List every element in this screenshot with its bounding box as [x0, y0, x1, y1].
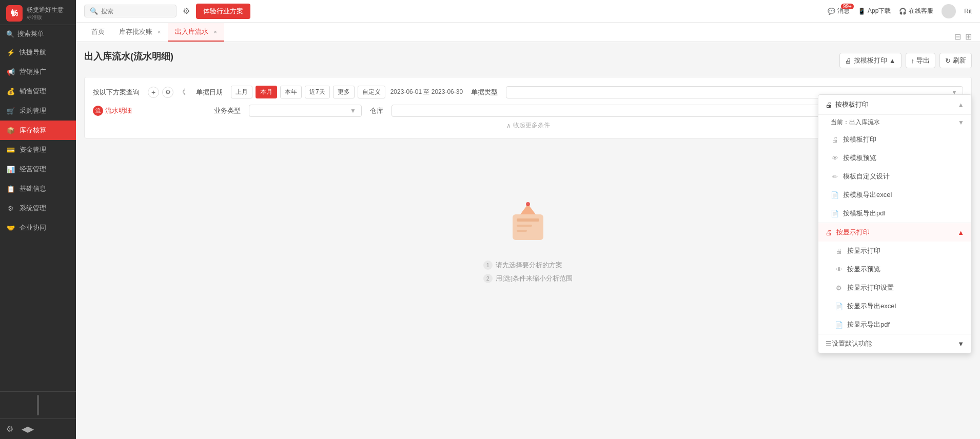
tab-batch-account[interactable]: 库存批次账 ×: [112, 23, 168, 42]
minimize-icon[interactable]: ⊟: [954, 32, 961, 42]
message-btn[interactable]: 💬 消息 99+: [828, 7, 850, 15]
dropdown-set-default-btn[interactable]: ☰ 设置默认功能 ▼: [818, 334, 971, 353]
chevron-up-icon: ∧: [506, 122, 511, 129]
date-btn-this-month[interactable]: 本月: [256, 86, 277, 98]
business-type-arrow-icon: ▼: [350, 107, 356, 114]
sidebar-item-inventory[interactable]: 📦 库存核算: [0, 121, 76, 140]
topbar-settings-icon[interactable]: ⚙: [183, 6, 190, 16]
display-excel-icon: 📄: [835, 302, 843, 310]
tab-flow[interactable]: 出入库流水 ×: [168, 23, 224, 42]
date-filter-options: 上月 本月 本年 近7天 更多 自定义 2023-06-01 至 2023-06…: [231, 86, 463, 98]
username-label: Rit: [964, 8, 972, 15]
tip-text-2: 用[选]条件来缩小分析范围: [496, 272, 573, 285]
sidebar-nav: ⚡ 快捷导航 📢 营销推广 💰 销售管理 🛒 采购管理 📦 库存核算 💳 资金管…: [0, 43, 76, 231]
tab-flow-close[interactable]: ×: [213, 29, 217, 35]
sidebar-scroll-up[interactable]: [37, 395, 39, 415]
online-service-btn[interactable]: 🎧 在线客服: [899, 7, 933, 15]
page-title: 出入库流水(流水明细): [84, 50, 173, 63]
sidebar-item-marketing[interactable]: 📢 营销推广: [0, 62, 76, 82]
refresh-label: 刷新: [953, 56, 966, 65]
sidebar-search[interactable]: 🔍 搜索菜单: [0, 25, 76, 43]
dropdown-template-print[interactable]: 🖨 按模板打印: [818, 130, 971, 149]
dropdown-template-pdf[interactable]: 📄 按模板导出pdf: [818, 204, 971, 223]
display-section-arrow-icon: ▲: [957, 229, 964, 236]
sidebar-item-quick-nav[interactable]: ⚡ 快捷导航: [0, 43, 76, 62]
print-template-btn[interactable]: 🖨 按模板打印 ▲: [839, 53, 901, 68]
date-btn-7days[interactable]: 近7天: [305, 86, 330, 98]
dropdown-display-pdf[interactable]: 📄 按显示导出pdf: [818, 315, 971, 334]
tab-flow-label: 出入库流水: [175, 27, 208, 36]
topbar-search-box[interactable]: 🔍: [84, 5, 177, 17]
topbar-search-icon: 🔍: [90, 7, 98, 15]
sidebar-search-label: 搜索菜单: [17, 29, 44, 38]
collapse-sidebar-icon[interactable]: ◀▶: [22, 424, 34, 434]
dropdown-collapse-icon[interactable]: ▲: [957, 101, 964, 109]
filter-query-label: 按以下方案查询: [93, 88, 140, 97]
sidebar-item-purchase[interactable]: 🛒 采购管理: [0, 101, 76, 121]
dropdown-display-section: 🖨 按显示打印 ▲ 🖨 按显示打印 👁 按显示预览 ⚙ 按显示打印设置: [818, 223, 971, 334]
quick-nav-icon: ⚡: [6, 48, 15, 57]
filter-action-btns: + ⚙ 《: [148, 87, 188, 98]
warehouse-label: 仓库: [370, 106, 383, 115]
date-btn-custom[interactable]: 自定义: [358, 86, 385, 98]
svg-rect-1: [517, 218, 539, 222]
display-pdf-label: 按显示导出pdf: [847, 320, 890, 329]
page-content: 出入库流水(流水明细) 🖨 按模板打印 ▲ ↑ 导出 ↻ 刷新: [76, 42, 980, 439]
date-btn-last-month[interactable]: 上月: [231, 86, 252, 98]
filter-add-btn[interactable]: +: [148, 87, 159, 98]
refresh-icon: ↻: [945, 57, 951, 65]
dropdown-display-preview[interactable]: 👁 按显示预览: [818, 260, 971, 278]
app-download-btn[interactable]: 📱 App下载: [858, 7, 891, 15]
sub-filter-label: 流 流水明细: [93, 106, 132, 116]
date-range-display: 2023-06-01 至 2023-06-30: [390, 88, 463, 96]
settings-bottom-icon[interactable]: ⚙: [6, 424, 13, 434]
dropdown-display-print[interactable]: 🖨 按显示打印: [818, 242, 971, 260]
template-print-icon: 🖨: [831, 135, 839, 144]
date-btn-more[interactable]: 更多: [333, 86, 355, 98]
tab-batch-account-close[interactable]: ×: [158, 29, 161, 35]
set-default-icon: ☰: [826, 340, 832, 348]
app-download-label: App下载: [868, 7, 891, 15]
display-settings-icon: ⚙: [835, 284, 843, 292]
display-preview-label: 按显示预览: [847, 265, 880, 274]
collapse-more-btn[interactable]: ∧ 收起更多条件: [506, 121, 550, 130]
dropdown-display-excel[interactable]: 📄 按显示导出excel: [818, 297, 971, 315]
dropdown-template-excel[interactable]: 📄 按模板导出excel: [818, 186, 971, 204]
business-type-select[interactable]: ▼: [249, 105, 362, 117]
template-custom-label: 模板自定义设计: [843, 172, 890, 181]
sidebar-item-basic[interactable]: 📋 基础信息: [0, 179, 76, 198]
sidebar-logo-info: 畅捷通好生意 标准版: [27, 6, 64, 22]
purchase-icon: 🛒: [6, 106, 15, 115]
business-type-label: 业务类型: [214, 106, 241, 115]
sidebar-item-label: 资金管理: [19, 145, 46, 154]
dropdown-template-custom[interactable]: ✏ 模板自定义设计: [818, 167, 971, 186]
print-template-label: 按模板打印: [854, 56, 887, 65]
sidebar-item-label: 系统管理: [19, 204, 46, 213]
dropdown-display-section-header[interactable]: 🖨 按显示打印 ▲: [818, 223, 971, 242]
topbar-search-input[interactable]: [101, 8, 171, 15]
maximize-icon[interactable]: ⊞: [965, 32, 972, 42]
trial-btn[interactable]: 体验行业方案: [196, 4, 250, 19]
empty-tips: 1 请先选择要分析的方案 2 用[选]条件来缩小分析范围: [483, 258, 573, 285]
refresh-btn[interactable]: ↻ 刷新: [939, 53, 972, 68]
user-avatar[interactable]: [942, 4, 956, 18]
print-chevron-icon: ▲: [889, 57, 896, 65]
sidebar-item-sales[interactable]: 💰 销售管理: [0, 82, 76, 101]
message-icon: 💬: [828, 8, 835, 15]
filter-collapse-btn[interactable]: 《: [177, 87, 188, 98]
tab-home[interactable]: 首页: [84, 23, 112, 42]
sidebar-item-finance[interactable]: 💳 资金管理: [0, 140, 76, 159]
date-btn-this-year[interactable]: 本年: [280, 86, 302, 98]
sidebar-item-enterprise[interactable]: 🤝 企业协同: [0, 218, 76, 231]
display-settings-label: 按显示打印设置: [847, 283, 894, 292]
app-name: 畅捷通好生意: [27, 6, 64, 14]
dropdown-template-preview[interactable]: 👁 按模板预览: [818, 149, 971, 167]
filter-settings-btn[interactable]: ⚙: [162, 87, 173, 98]
basic-icon: 📋: [6, 184, 15, 193]
dropdown-display-settings[interactable]: ⚙ 按显示打印设置: [818, 278, 971, 297]
sidebar-item-label: 企业协同: [19, 223, 46, 231]
printer-icon: 🖨: [845, 57, 852, 65]
sidebar-item-system[interactable]: ⚙ 系统管理: [0, 198, 76, 218]
export-btn[interactable]: ↑ 导出: [906, 53, 936, 68]
sidebar-item-operation[interactable]: 📊 经营管理: [0, 159, 76, 179]
